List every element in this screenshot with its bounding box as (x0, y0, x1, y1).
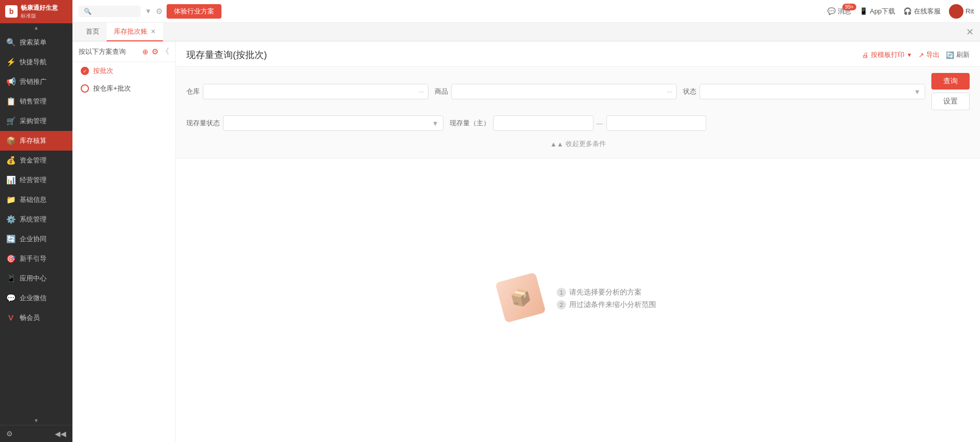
topbar-settings-icon[interactable]: ⚙ (156, 7, 162, 16)
sidebar-item-search[interactable]: 🔍 搜索菜单 (0, 33, 72, 52)
finance-icon: 💰 (6, 156, 16, 165)
sidebar-footer: ⚙ ◀◀ (0, 425, 72, 442)
settings-icon[interactable]: ⚙ (6, 430, 13, 438)
member-icon: V (6, 313, 16, 322)
scheme-item-warehouse-batch[interactable]: 按仓库+批次 (72, 80, 175, 97)
close-panel-btn[interactable]: ✕ (966, 26, 974, 38)
empty-hint-2: 2 用过滤条件来缩小分析范围 (557, 300, 656, 310)
newguide-icon: 🎯 (6, 254, 16, 263)
stock-quantity-to[interactable] (606, 115, 707, 131)
avatar (949, 4, 963, 19)
filter-area: 仓库 ··· 商品 ··· 状态 (176, 67, 980, 158)
tabs-bar: 首页 库存批次账 ✕ ✕ (72, 23, 980, 41)
collapse-panel-icon[interactable]: 《 (161, 47, 169, 56)
sidebar-item-label: 销售管理 (20, 97, 47, 106)
enterprise-icon: 🔄 (6, 234, 16, 244)
search-icon: 🔍 (84, 8, 92, 15)
tab-close-icon[interactable]: ✕ (151, 28, 156, 35)
left-panel-header: 按以下方案查询 ⊕ ⚙ 《 (72, 41, 175, 62)
scheme-panel-title: 按以下方案查询 (79, 47, 126, 56)
experience-btn[interactable]: 体验行业方案 (167, 4, 221, 19)
app-download-btn[interactable]: 📱 App下载 (859, 7, 895, 16)
action-buttons: 查询 设置 (931, 73, 970, 110)
appstore-icon: 📱 (6, 274, 16, 283)
product-more-icon[interactable]: ··· (667, 88, 672, 95)
warehouse-more-icon[interactable]: ··· (419, 88, 424, 95)
sidebar-item-wechat[interactable]: 💬 企业微信 (0, 288, 72, 308)
sidebar-item-newguide[interactable]: 🎯 新手引导 (0, 249, 72, 269)
filter-status: 状态 ▼ (683, 84, 925, 99)
online-service-btn[interactable]: 🎧 在线客服 (903, 7, 941, 16)
filter-collapse-btn[interactable]: ▲▲ 收起更多条件 (186, 136, 970, 152)
refresh-btn[interactable]: 🔄 刷新 (946, 50, 970, 60)
online-service-label: 在线客服 (914, 7, 941, 16)
sidebar-item-sales[interactable]: 📋 销售管理 (0, 92, 72, 111)
right-content: 现存量查询(按批次) 🖨 按模板打印 ▼ ↗ 导出 🔄 刷新 (176, 41, 980, 442)
print-label: 按模板打印 (871, 50, 904, 60)
sidebar-scroll-down[interactable]: ▼ (0, 416, 72, 425)
filter-row-1: 仓库 ··· 商品 ··· 状态 (186, 73, 970, 110)
sidebar-item-quicknav[interactable]: ⚡ 快捷导航 (0, 52, 72, 72)
user-avatar-btn[interactable]: Rit (949, 4, 974, 19)
sidebar-item-label: 库存核算 (20, 136, 47, 145)
topbar-search-box[interactable]: 🔍 (79, 6, 141, 17)
product-input[interactable]: ··· (451, 84, 677, 99)
add-scheme-btn[interactable]: ⊕ (142, 48, 149, 56)
status-dropdown-icon: ▼ (914, 88, 920, 96)
topbar: 🔍 ▼ ⚙ 体验行业方案 💬 消息 99+ 📱 App下载 🎧 在线客服 Rit (72, 0, 980, 23)
print-dropdown-icon[interactable]: ▼ (907, 52, 912, 58)
app-logo: b (5, 5, 18, 18)
scheme-settings-icon[interactable]: ⚙ (152, 47, 158, 56)
basic-icon: 📁 (6, 195, 16, 204)
sidebar-item-basic[interactable]: 📁 基础信息 (0, 190, 72, 210)
sidebar-item-appstore[interactable]: 📱 应用中心 (0, 269, 72, 288)
sidebar-item-label: 企业协同 (20, 234, 47, 244)
app-download-icon: 📱 (859, 7, 868, 15)
topbar-dropdown-icon[interactable]: ▼ (145, 7, 152, 15)
sidebar-item-member[interactable]: V 畅会员 (0, 308, 72, 328)
filter-stock-quantity: 现存量（主） — (450, 115, 707, 131)
query-button[interactable]: 查询 (931, 73, 970, 90)
page-header-actions: 🖨 按模板打印 ▼ ↗ 导出 🔄 刷新 (862, 50, 970, 60)
sidebar-scroll-up[interactable]: ▲ (0, 23, 72, 33)
operations-icon: 📊 (6, 175, 16, 185)
refresh-label: 刷新 (956, 50, 970, 60)
print-icon: 🖨 (862, 51, 869, 59)
content-area: 📦 1 请先选择要分析的方案 2 用过滤条件来缩小分析范围 (176, 158, 980, 442)
stock-status-select[interactable]: ▼ (223, 115, 443, 131)
messages-icon: 💬 (827, 7, 836, 15)
sidebar-item-purchase[interactable]: 🛒 采购管理 (0, 111, 72, 131)
sidebar-item-label: 搜索菜单 (20, 38, 47, 47)
tab-inventory-batch[interactable]: 库存批次账 ✕ (107, 23, 163, 41)
range-separator: — (597, 120, 603, 127)
sidebar-item-label: 系统管理 (20, 215, 47, 224)
sidebar-item-inventory[interactable]: 📦 库存核算 (0, 131, 72, 151)
sidebar-item-enterprise[interactable]: 🔄 企业协同 (0, 229, 72, 249)
sidebar-item-finance[interactable]: 💰 资金管理 (0, 151, 72, 170)
export-btn[interactable]: ↗ 导出 (918, 50, 940, 60)
stock-quantity-from[interactable] (493, 115, 593, 131)
scheme-label: 按批次 (93, 66, 113, 76)
collapse-sidebar-icon[interactable]: ◀◀ (55, 430, 66, 438)
messages-btn[interactable]: 💬 消息 99+ (827, 7, 851, 16)
topbar-actions: 💬 消息 99+ 📱 App下载 🎧 在线客服 Rit (827, 4, 974, 19)
headset-icon: 🎧 (903, 7, 912, 15)
stock-status-dropdown-icon: ▼ (432, 120, 439, 127)
status-select[interactable]: ▼ (700, 84, 925, 99)
export-icon: ↗ (918, 51, 924, 59)
status-label: 状态 (683, 87, 696, 96)
warehouse-input[interactable]: ··· (203, 84, 428, 99)
sidebar-nav: 🔍 搜索菜单 ⚡ 快捷导航 📢 营销推广 📋 销售管理 🛒 采购管理 📦 库存核… (0, 33, 72, 416)
tab-home[interactable]: 首页 (79, 23, 107, 41)
sidebar-item-system[interactable]: ⚙️ 系统管理 (0, 210, 72, 229)
sidebar-item-operations[interactable]: 📊 经营管理 (0, 170, 72, 190)
sidebar-item-marketing[interactable]: 📢 营销推广 (0, 72, 72, 92)
scheme-item-batch[interactable]: ✓ 按批次 (72, 62, 175, 80)
settings-button[interactable]: 设置 (931, 93, 970, 110)
empty-icon: 📦 (500, 277, 546, 323)
app-title: 畅康通好生意 (21, 4, 58, 12)
app-title-block: 畅康通好生意 标准版 (21, 4, 58, 19)
topbar-search-input[interactable] (94, 8, 135, 15)
print-template-btn[interactable]: 🖨 按模板打印 ▼ (862, 50, 912, 60)
empty-hint-1: 1 请先选择要分析的方案 (557, 288, 656, 297)
